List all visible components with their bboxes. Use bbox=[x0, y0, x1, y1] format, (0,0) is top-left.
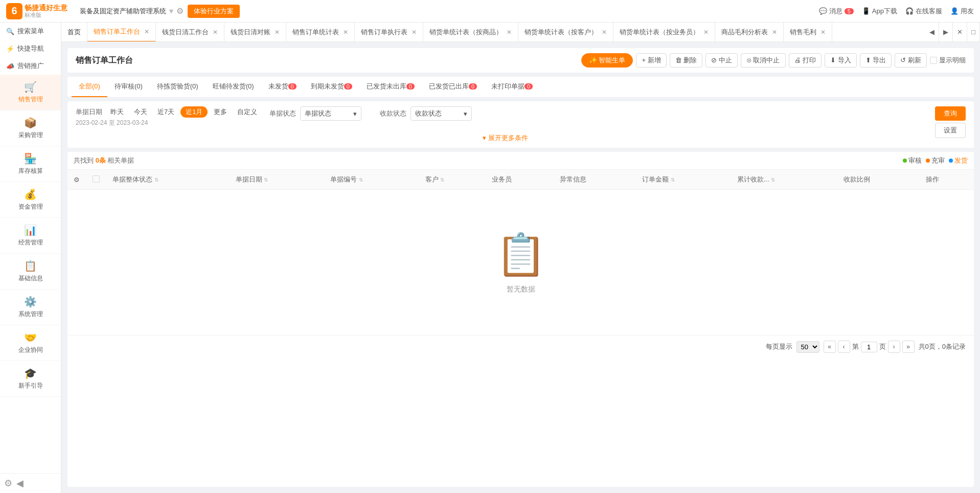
sort-icon-number[interactable]: ⇅ bbox=[359, 177, 363, 183]
export-btn[interactable]: ⬆ 导出 bbox=[860, 53, 892, 68]
page-title: 销售订单工作台 bbox=[76, 55, 133, 66]
col-customer: 客户 ⇅ bbox=[419, 170, 486, 190]
sidebar-item-purchase[interactable]: 📦采购管理 bbox=[0, 110, 61, 146]
tab-cash-reconcile[interactable]: 钱货日清对账✕ bbox=[224, 23, 286, 42]
sidebar-item-guide[interactable]: 🎓新手引导 bbox=[0, 361, 61, 397]
tab-close-all[interactable]: ✕ bbox=[953, 23, 967, 42]
tab-nav-next[interactable]: ▶ bbox=[939, 23, 953, 42]
sort-icon-amount[interactable]: ⇅ bbox=[671, 177, 675, 183]
tab-close-cash-daily[interactable]: ✕ bbox=[213, 29, 218, 36]
sub-tab-wangpu-pending[interactable]: 旺铺待发货(0) bbox=[206, 77, 261, 97]
last-page-btn[interactable]: » bbox=[902, 341, 915, 353]
page-header: 销售订单工作台 ✨ 智能生单 + 新增 🗑 删除 ⊘ 中止 ⊙ 取消中止 🖨 打… bbox=[67, 48, 974, 73]
date-filter-opt-昨天[interactable]: 昨天 bbox=[106, 106, 128, 118]
review-action-btn[interactable]: 审核 bbox=[903, 156, 922, 165]
col-checkbox[interactable] bbox=[86, 170, 106, 190]
tab-sales-gross[interactable]: 销售毛利✕ bbox=[784, 23, 832, 42]
date-filter-opt-自定义[interactable]: 自定义 bbox=[233, 106, 261, 118]
sub-tab-expired-not-shipped[interactable]: 到期未发货0 bbox=[304, 77, 359, 97]
tab-close-sales-exec[interactable]: ✕ bbox=[412, 29, 417, 36]
show-detail-label[interactable]: 显示明细 bbox=[930, 56, 966, 65]
tab-sales-exec[interactable]: 销售订单执行表✕ bbox=[355, 23, 423, 42]
sub-tab-pending-inspect[interactable]: 待拣货验货(0) bbox=[150, 77, 206, 97]
prev-page-btn[interactable]: ‹ bbox=[838, 341, 850, 353]
stop-btn[interactable]: ⊘ 中止 bbox=[705, 53, 738, 68]
cancel-stop-btn[interactable]: ⊙ 取消中止 bbox=[741, 53, 786, 68]
refresh-btn[interactable]: ↺ 刷新 bbox=[895, 53, 927, 68]
date-filter-opt-近7天[interactable]: 近7天 bbox=[153, 106, 178, 118]
tab-home[interactable]: 首页 bbox=[61, 23, 87, 42]
pay-status-select[interactable]: 收款状态 ▾ bbox=[411, 106, 472, 121]
add-btn[interactable]: + 新增 bbox=[636, 53, 666, 68]
page-input[interactable] bbox=[861, 342, 877, 352]
industry-btn[interactable]: 体验行业方案 bbox=[188, 5, 240, 18]
dropdown-icon[interactable]: ▾ bbox=[169, 6, 173, 16]
sidebar-item-operation[interactable]: 📊经营管理 bbox=[0, 218, 61, 254]
date-filter-opt-更多[interactable]: 更多 bbox=[210, 106, 231, 118]
sidebar-quick-nav[interactable]: ⚡ 快捷导航 bbox=[0, 40, 61, 57]
sub-tab-not-shipped[interactable]: 未发货0 bbox=[261, 77, 304, 97]
top-bar-right: 💬 消息 5 📱 App下载 🎧 在线客服 👤 用友 bbox=[819, 7, 974, 16]
sidebar-item-basicinfo[interactable]: 📋基础信息 bbox=[0, 254, 61, 289]
per-page-select[interactable]: 50 bbox=[796, 341, 819, 353]
sidebar-item-sales[interactable]: 🛒销售管理 bbox=[0, 75, 61, 110]
online-service-item[interactable]: 🎧 在线客服 bbox=[905, 7, 942, 16]
tab-cash-daily[interactable]: 钱货日清工作台✕ bbox=[156, 23, 224, 42]
sidebar-settings-icon[interactable]: ⚙ bbox=[4, 478, 12, 489]
user-item[interactable]: 👤 用友 bbox=[950, 7, 974, 16]
date-filter-opt-近1月[interactable]: 近1月 bbox=[180, 106, 208, 118]
tab-close-margin-analysis[interactable]: ✕ bbox=[772, 29, 777, 36]
tab-close-sales-workbench[interactable]: ✕ bbox=[144, 28, 149, 35]
sort-icon-date[interactable]: ⇅ bbox=[264, 177, 268, 183]
date-filter-opt-今天[interactable]: 今天 bbox=[130, 106, 151, 118]
sidebar-search[interactable]: 🔍 搜索菜单 bbox=[0, 23, 61, 40]
tab-sales-workbench[interactable]: 销售订单工作台✕ bbox=[87, 23, 156, 42]
first-page-btn[interactable]: « bbox=[824, 341, 836, 353]
status-select[interactable]: 单据状态 ▾ bbox=[300, 106, 361, 121]
query-btn[interactable]: 查询 bbox=[935, 106, 966, 121]
sub-tab-shipped-out[interactable]: 已发货已出库0 bbox=[422, 77, 484, 97]
sidebar-item-corp[interactable]: 🤝企业协同 bbox=[0, 325, 61, 361]
tab-close-cash-reconcile[interactable]: ✕ bbox=[275, 29, 280, 36]
delete-btn[interactable]: 🗑 删除 bbox=[670, 53, 703, 68]
print-btn[interactable]: 🖨 打印 bbox=[789, 53, 822, 68]
unreviewed-action-btn[interactable]: 充审 bbox=[926, 156, 945, 165]
smart-btn[interactable]: ✨ 智能生单 bbox=[581, 53, 633, 68]
sub-tab-not-printed[interactable]: 未打印单据0 bbox=[484, 77, 540, 97]
ship-action-btn[interactable]: 发货 bbox=[949, 156, 968, 165]
sort-icon-customer[interactable]: ⇅ bbox=[440, 177, 444, 183]
col-settings[interactable]: ⚙ bbox=[67, 170, 86, 190]
tab-sales-staff-stat[interactable]: 销货单统计表（按业务员）✕ bbox=[613, 23, 715, 42]
show-detail-checkbox[interactable] bbox=[930, 57, 937, 64]
import-btn[interactable]: ⬇ 导入 bbox=[825, 53, 857, 68]
settings-icon[interactable]: ⚙ bbox=[176, 6, 184, 16]
settings-btn[interactable]: 设置 bbox=[935, 123, 966, 138]
badge-shipped-not-out: 0 bbox=[406, 83, 415, 89]
sidebar-promo[interactable]: 📣 营销推广 bbox=[0, 57, 61, 75]
tab-margin-analysis[interactable]: 商品毛利分析表✕ bbox=[715, 23, 784, 42]
tab-maximize[interactable]: □ bbox=[967, 23, 980, 42]
sidebar-item-system[interactable]: ⚙️系统管理 bbox=[0, 289, 61, 325]
sub-tab-shipped-not-out[interactable]: 已发货未出库0 bbox=[359, 77, 422, 97]
sidebar-item-inventory[interactable]: 🏪库存核算 bbox=[0, 146, 61, 182]
tab-close-sales-product-stat[interactable]: ✕ bbox=[507, 29, 512, 36]
tab-close-sales-customer-stat[interactable]: ✕ bbox=[602, 29, 607, 36]
sort-icon-status[interactable]: ⇅ bbox=[154, 177, 158, 183]
tab-close-sales-gross[interactable]: ✕ bbox=[821, 29, 826, 36]
sidebar-item-finance[interactable]: 💰资金管理 bbox=[0, 182, 61, 218]
sidebar-collapse-icon[interactable]: ◀ bbox=[16, 478, 24, 489]
sort-icon-collected[interactable]: ⇅ bbox=[771, 177, 775, 183]
sub-tab-all[interactable]: 全部(0) bbox=[72, 77, 107, 97]
tab-sales-customer-stat[interactable]: 销货单统计表（按客户）✕ bbox=[518, 23, 613, 42]
tab-close-sales-staff-stat[interactable]: ✕ bbox=[703, 29, 709, 36]
sub-tab-pending-review[interactable]: 待审核(0) bbox=[107, 77, 150, 97]
tab-nav-prev[interactable]: ◀ bbox=[925, 23, 939, 42]
tab-close-sales-stat[interactable]: ✕ bbox=[343, 29, 348, 36]
purchase-icon: 📦 bbox=[24, 117, 37, 129]
message-item[interactable]: 💬 消息 5 bbox=[819, 7, 854, 16]
tab-sales-product-stat[interactable]: 销货单统计表（按商品）✕ bbox=[423, 23, 518, 42]
tab-sales-stat[interactable]: 销售订单统计表✕ bbox=[286, 23, 355, 42]
expand-btn[interactable]: ▾ 展开更多条件 bbox=[483, 133, 528, 143]
next-page-btn[interactable]: › bbox=[888, 341, 900, 353]
app-download-item[interactable]: 📱 App下载 bbox=[862, 7, 897, 16]
